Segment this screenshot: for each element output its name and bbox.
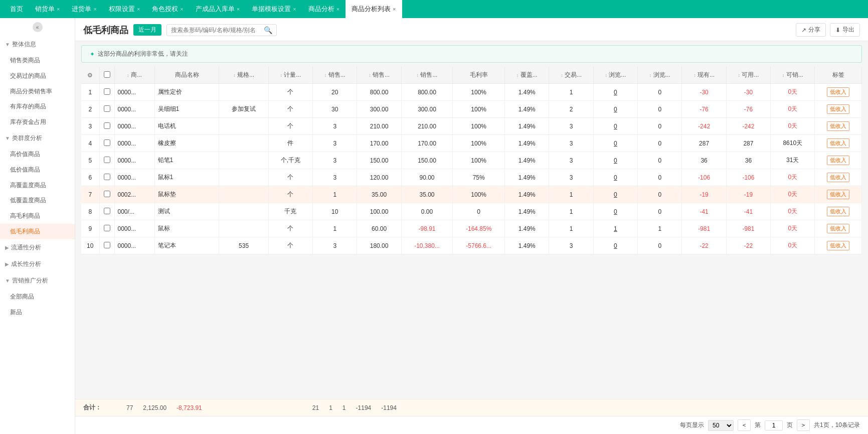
row-checkbox[interactable] xyxy=(104,191,110,197)
date-filter-button[interactable]: 近一月 xyxy=(133,24,161,36)
nav-roles[interactable]: 角色授权 × xyxy=(146,0,189,18)
sidebar-item-category-rate[interactable]: 商品分类销售率 xyxy=(0,84,75,99)
row-checkbox[interactable] xyxy=(104,88,110,95)
row-checkbox-cell[interactable] xyxy=(99,118,114,135)
sidebar-group-circulation[interactable]: ▶ 流通性分析 xyxy=(0,239,75,256)
close-icon[interactable]: × xyxy=(293,6,296,12)
nav-products[interactable]: 产成品入库单 × xyxy=(190,0,246,18)
row-checkbox[interactable] xyxy=(104,122,110,129)
nav-home[interactable]: 首页 xyxy=(4,0,29,18)
row-checkbox[interactable] xyxy=(104,174,110,180)
row-code: 000/... xyxy=(114,203,154,220)
th-no: ↕ 商... xyxy=(114,67,154,84)
row-checkbox-cell[interactable] xyxy=(99,135,114,152)
row-checkbox-cell[interactable] xyxy=(99,152,114,169)
close-icon[interactable]: × xyxy=(336,6,339,12)
row-checkbox[interactable] xyxy=(104,225,110,231)
row-unit: 个 xyxy=(268,237,312,254)
row-checkbox-cell[interactable] xyxy=(99,220,114,237)
total-sales2: 2,125.00 xyxy=(143,404,166,411)
close-icon[interactable]: × xyxy=(237,6,240,12)
sidebar-item-low-margin[interactable]: 低毛利商品 xyxy=(0,224,75,239)
row-unit: 个 xyxy=(268,169,312,186)
row-sales3: 170.00 xyxy=(401,135,453,152)
row-spec: 535 xyxy=(219,237,268,254)
row-sales2: 35.00 xyxy=(357,186,401,203)
next-page-button[interactable]: ＞ xyxy=(797,419,810,431)
nav-permissions[interactable]: 权限设置 × xyxy=(103,0,146,18)
row-tx: 3 xyxy=(549,135,593,152)
close-icon[interactable]: × xyxy=(393,6,396,12)
sidebar-group-marketing[interactable]: ▼ 营销推广分析 xyxy=(0,272,75,289)
sidebar-item-low-coverage[interactable]: 低覆盖度商品 xyxy=(0,193,75,208)
th-settings[interactable]: ⚙ xyxy=(81,67,99,84)
sidebar-group-overall[interactable]: ▼ 整体信息 xyxy=(0,36,75,53)
search-input[interactable] xyxy=(171,27,264,34)
sidebar-item-traded-products[interactable]: 交易过的商品 xyxy=(0,68,75,84)
row-unit: 千克 xyxy=(268,203,312,220)
row-gross: 100% xyxy=(453,101,505,118)
table-row: 6 0000... 鼠标1 个 3 120.00 90.00 75% 1.49%… xyxy=(81,169,862,186)
nav-templates[interactable]: 单据模板设置 × xyxy=(246,0,302,18)
row-sales3: 300.00 xyxy=(401,101,453,118)
row-browse2: 0 xyxy=(638,237,682,254)
close-icon[interactable]: × xyxy=(180,6,183,12)
nav-analysis[interactable]: 商品分析 × xyxy=(302,0,345,18)
sidebar-item-sales-products[interactable]: 销售类商品 xyxy=(0,53,75,68)
th-checkbox[interactable] xyxy=(99,67,114,84)
search-box: 🔍 xyxy=(166,24,277,36)
nav-purchase[interactable]: 进货单 × xyxy=(66,0,102,18)
row-checkbox-cell[interactable] xyxy=(99,169,114,186)
select-all-checkbox[interactable] xyxy=(104,71,110,78)
sidebar-item-capital[interactable]: 库存资金占用 xyxy=(0,114,75,130)
row-checkbox[interactable] xyxy=(104,157,110,163)
close-icon[interactable]: × xyxy=(93,6,96,12)
row-checkbox-cell[interactable] xyxy=(99,203,114,220)
prev-page-button[interactable]: ＜ xyxy=(738,419,751,431)
sidebar-item-new-products[interactable]: 新品 xyxy=(0,305,75,320)
total-info: 共1页，10条记录 xyxy=(814,421,860,429)
row-checkbox-cell[interactable] xyxy=(99,84,114,101)
th-stock2: ↕ 可用... xyxy=(726,67,770,84)
row-code: 0000... xyxy=(114,135,154,152)
row-tx: 1 xyxy=(549,84,593,101)
per-page-label: 每页显示 xyxy=(680,421,704,429)
row-checkbox[interactable] xyxy=(104,208,110,214)
row-checkbox-cell[interactable] xyxy=(99,101,114,118)
per-page-select[interactable]: 50 100 200 xyxy=(708,420,734,431)
row-tx: 3 xyxy=(549,118,593,135)
page-title: 低毛利商品 xyxy=(83,24,128,36)
row-sales2: 60.00 xyxy=(357,220,401,237)
sidebar-group-growth[interactable]: ▶ 成长性分析 xyxy=(0,256,75,272)
row-name: 铅笔1 xyxy=(154,152,219,169)
close-icon[interactable]: × xyxy=(57,6,60,12)
sidebar-collapse-button[interactable]: « xyxy=(33,22,43,32)
row-tx: 3 xyxy=(549,152,593,169)
row-checkbox-cell[interactable] xyxy=(99,237,114,254)
row-coverage: 1.49% xyxy=(505,203,549,220)
settings-icon[interactable]: ⚙ xyxy=(87,72,93,79)
page-input[interactable] xyxy=(765,420,783,430)
row-checkbox[interactable] xyxy=(104,139,110,146)
row-browse2: 0 xyxy=(638,101,682,118)
sidebar-item-all-products[interactable]: 全部商品 xyxy=(0,289,75,305)
sidebar-item-low-value[interactable]: 低价值商品 xyxy=(0,162,75,178)
share-button[interactable]: ↗ 分享 xyxy=(796,23,826,37)
row-checkbox[interactable] xyxy=(104,242,110,248)
row-sales1: 20 xyxy=(313,84,357,101)
sidebar-item-inventory[interactable]: 有库存的商品 xyxy=(0,99,75,114)
sidebar-group-cluster[interactable]: ▼ 类群度分析 xyxy=(0,130,75,147)
export-button[interactable]: ⬇ 导出 xyxy=(830,23,860,37)
row-checkbox-cell[interactable] xyxy=(99,186,114,203)
sidebar-item-high-coverage[interactable]: 高覆盖度商品 xyxy=(0,178,75,193)
nav-sales[interactable]: 销货单 × xyxy=(29,0,66,18)
table-container[interactable]: ⚙ ↕ 商... 商品名称 ↕ 规格... ↕ 计量... ↕ 销售... ↕ … xyxy=(75,67,868,399)
sidebar-item-high-margin[interactable]: 高毛利商品 xyxy=(0,208,75,224)
close-icon[interactable]: × xyxy=(137,6,140,12)
row-stock2: 287 xyxy=(726,135,770,152)
nav-analysis-list[interactable]: 商品分析列表 × xyxy=(345,0,402,18)
row-sales2: 800.00 xyxy=(357,84,401,101)
sidebar: « ▼ 整体信息 销售类商品 交易过的商品 商品分类销售率 有库存的商品 库存资… xyxy=(0,18,75,434)
row-checkbox[interactable] xyxy=(104,105,110,112)
sidebar-item-high-value[interactable]: 高价值商品 xyxy=(0,147,75,162)
